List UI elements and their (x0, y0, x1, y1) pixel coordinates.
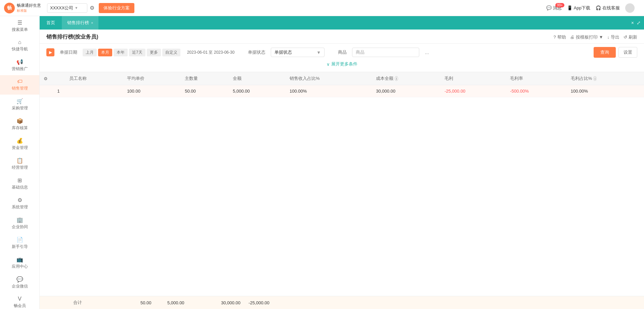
status-chevron-icon: ▼ (316, 50, 321, 55)
date-filter-7days[interactable]: 近7天 (129, 49, 145, 56)
finance-icon: 💰 (16, 138, 23, 144)
sidebar-item-system[interactable]: ⚙系统管理 (0, 194, 39, 213)
date-label: 单据日期 (60, 49, 77, 55)
sidebar-item-shortcut[interactable]: ⌂快捷导航 (0, 36, 39, 55)
date-filter-last-month[interactable]: 上月 (83, 49, 97, 56)
tab-close-icon[interactable]: × (91, 21, 93, 25)
cell-sales-pct: 100.00% (286, 85, 372, 97)
query-button[interactable]: 查询 (594, 47, 616, 58)
th-gross-rate: 毛利率 (506, 72, 566, 85)
search-icon: ☰ (17, 19, 22, 26)
print-button[interactable]: 🖨 按模板打印 ▼ (570, 34, 603, 40)
status-select[interactable]: 单据状态 ▼ (271, 48, 325, 57)
company-name: XXXXX公司 (50, 5, 73, 11)
main-area: ☰搜索菜单⌂快捷导航📢营销推广🏷销售管理🛒采购管理📦库存核算💰资金管理📋经营管理… (0, 16, 644, 309)
th-settings[interactable]: ⚙ (40, 72, 52, 85)
goods-label: 商品 (338, 49, 347, 55)
sidebar-item-marketing[interactable]: 📢营销推广 (0, 55, 39, 75)
help-label: 帮助 (557, 34, 566, 40)
sidebar-item-label: 基础信息 (12, 185, 28, 190)
help-button[interactable]: ? 帮助 (553, 34, 566, 40)
status-placeholder: 单据状态 (274, 49, 292, 55)
logo-line2: 标准版 (17, 8, 41, 13)
sidebar-item-purchase[interactable]: 🛒采购管理 (0, 95, 39, 114)
tab-sales-ranking[interactable]: 销售排行榜 × (62, 16, 98, 30)
app-download-icon: 📱 (567, 5, 572, 10)
sidebar-item-apps[interactable]: 📺应用中心 (0, 253, 39, 273)
avatar[interactable] (625, 3, 635, 13)
settings-button[interactable]: 设置 (618, 47, 637, 58)
refresh-icon: ↺ (624, 35, 627, 40)
footer-quantity: 50.00 (136, 300, 163, 305)
th-amount: 全额 (229, 72, 286, 85)
date-filter-this-year[interactable]: 本年 (114, 49, 128, 56)
cell-gross-pct: 100.00% (567, 85, 644, 97)
shortcut-icon: ⌂ (18, 39, 22, 45)
sidebar-item-guide[interactable]: 📄新手引导 (0, 233, 39, 253)
footer-gross: -25,000.00 (245, 300, 273, 305)
print-chevron-icon: ▼ (599, 35, 603, 40)
cell-settings[interactable] (40, 85, 52, 97)
sidebar-item-enterprise[interactable]: 🏢企业协同 (0, 213, 39, 233)
goods-input[interactable]: 商品 (352, 48, 419, 57)
filter-toggle-button[interactable]: ▶ (46, 48, 54, 56)
date-filter-this-month[interactable]: 本月 (98, 49, 112, 56)
tab-bar-right: × ⤢ (631, 20, 644, 25)
window-resize-icon[interactable]: ⤢ (637, 20, 641, 25)
window-close-icon[interactable]: × (631, 20, 634, 25)
experience-button[interactable]: 体验行业方案 (99, 3, 134, 13)
inventory-icon: 📦 (16, 118, 23, 124)
logo-area: 畅 畅康通好生意 标准版 (4, 3, 44, 13)
sidebar-item-label: 快捷导航 (12, 46, 28, 52)
message-badge: 99+ (555, 3, 564, 7)
topbar-settings-button[interactable]: ⚙ (87, 3, 97, 13)
sidebar-item-operations[interactable]: 📋经营管理 (0, 154, 39, 174)
data-table: ⚙ 员工名称 平均单价 主数量 全额 销售收入占比% 成本全额 i 毛利 毛利率 (40, 72, 644, 97)
date-filter-custom[interactable]: 自定义 (162, 49, 180, 56)
sidebar-item-label: 系统管理 (12, 204, 28, 210)
operations-icon: 📋 (16, 157, 23, 164)
sidebar-item-sales[interactable]: 🏷销售管理 (0, 75, 39, 95)
sidebar-item-finance[interactable]: 💰资金管理 (0, 134, 39, 154)
sidebar-item-label: 经营管理 (12, 165, 28, 170)
sidebar-item-wechat[interactable]: 💬企业微信 (0, 273, 39, 293)
purchase-icon: 🛒 (16, 98, 23, 104)
enterprise-icon: 🏢 (16, 217, 23, 223)
cell-quantity: 50.00 (181, 85, 229, 97)
sidebar-item-basic[interactable]: ⊞基础信息 (0, 174, 39, 194)
sidebar-item-member[interactable]: V畅会员 (0, 293, 39, 309)
tab-home[interactable]: 首页 (40, 16, 62, 30)
app-download-button[interactable]: 📱 App下载 (567, 5, 590, 11)
refresh-button[interactable]: ↺ 刷新 (624, 34, 637, 40)
more-filters-button[interactable]: … (425, 50, 429, 55)
cell-gross: -25,000.00 (440, 85, 506, 97)
top-bar-right: 💬 消息 99+ 📱 App下载 🎧 在线客服 (546, 3, 640, 13)
cell-cost: 30,000.00 (372, 85, 440, 97)
cell-avg-price: 100.00 (123, 85, 181, 97)
online-service-label: 在线客服 (602, 5, 620, 11)
expand-icon: ∨ (327, 62, 330, 67)
sidebar-item-label: 营销推广 (12, 66, 28, 72)
tab-label: 销售排行榜 (67, 20, 89, 26)
print-icon: 🖨 (570, 35, 574, 40)
date-filter-more[interactable]: 更多 (147, 49, 161, 56)
sidebar-item-label: 畅会员 (14, 303, 26, 309)
page-header: 销售排行榜(按业务员) ? 帮助 🖨 按模板打印 ▼ ↓ (40, 30, 644, 44)
goods-placeholder: 商品 (356, 49, 364, 55)
export-button[interactable]: ↓ 导出 (607, 34, 620, 40)
headset-icon: 🎧 (596, 5, 601, 10)
online-service-button[interactable]: 🎧 在线客服 (596, 5, 620, 11)
page-title: 销售排行榜(按业务员) (46, 34, 98, 41)
cell-gross-rate: -500.00% (506, 85, 566, 97)
date-range: 2023-06-01 至 2023-06-30 (187, 50, 234, 55)
message-button[interactable]: 💬 消息 99+ (546, 5, 562, 11)
table-container: ⚙ 员工名称 平均单价 主数量 全额 销售收入占比% 成本全额 i 毛利 毛利率 (40, 72, 644, 296)
sidebar-item-search[interactable]: ☰搜索菜单 (0, 16, 39, 36)
expand-conditions-button[interactable]: ∨ 展开更多条件 (327, 60, 357, 68)
content-area: 销售排行榜(按业务员) ? 帮助 🖨 按模板打印 ▼ ↓ (40, 30, 644, 309)
filter-row-1: ▶ 单据日期 上月 本月 本年 近7天 更多 自定义 2023-06-01 至 … (46, 47, 637, 58)
table-header-row: ⚙ 员工名称 平均单价 主数量 全额 销售收入占比% 成本全额 i 毛利 毛利率 (40, 72, 644, 85)
footer-cost: 30,000.00 (217, 300, 245, 305)
sidebar-item-inventory[interactable]: 📦库存核算 (0, 114, 39, 134)
company-selector[interactable]: XXXXX公司 ▼ (47, 3, 87, 13)
